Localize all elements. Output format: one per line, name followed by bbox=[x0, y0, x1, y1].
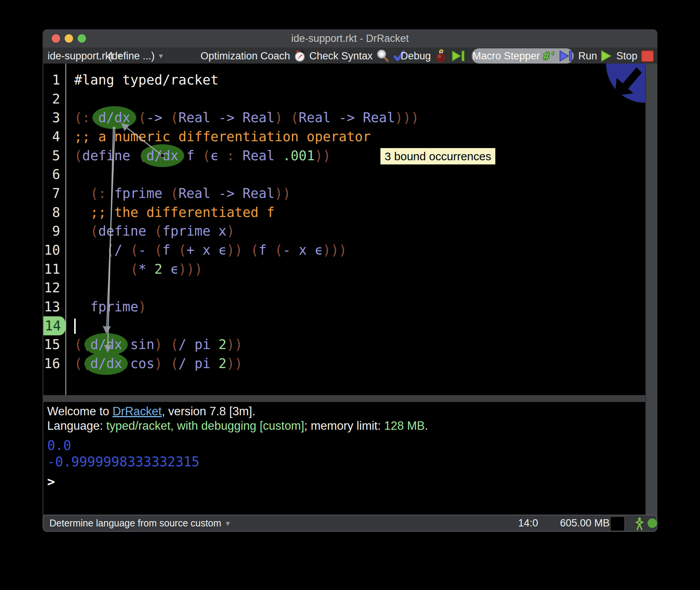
line-number: 10 bbox=[43, 241, 65, 260]
macro-stepper-button[interactable]: Macro Stepper #' bbox=[472, 48, 574, 64]
binding-highlight[interactable]: d/dx bbox=[141, 144, 184, 167]
line-number: 12 bbox=[43, 279, 65, 298]
run-button[interactable]: Run bbox=[578, 48, 612, 64]
line-number: 2 bbox=[43, 89, 65, 108]
stopwatch-icon bbox=[294, 50, 306, 62]
desktop: ide-support.rkt - DrRacket ide-support.r… bbox=[0, 0, 700, 590]
code-line-14: 14 bbox=[43, 316, 645, 335]
chevron-down-icon: ▾ bbox=[159, 51, 163, 61]
line-number: 6 bbox=[43, 165, 65, 184]
macro-step-icon bbox=[559, 50, 573, 62]
toolbar: ide-support.rkt ▾ (define ...) ▾ Optimiz… bbox=[43, 48, 657, 64]
status-bar: Determine language from source custom ▾ … bbox=[43, 515, 657, 532]
code-lines: 1#lang typed/racket23(: d/dx (-> (Real -… bbox=[43, 70, 645, 373]
scrollbar-track[interactable] bbox=[645, 64, 657, 515]
binding-highlight[interactable]: d/dx bbox=[92, 106, 136, 129]
line-number: 13 bbox=[43, 297, 65, 316]
stop-icon bbox=[641, 50, 654, 62]
line-number: 14 bbox=[43, 316, 65, 335]
code-text: #lang typed/racket bbox=[74, 72, 218, 88]
binding-highlight[interactable]: d/dx bbox=[84, 352, 128, 375]
magnifier-icon bbox=[376, 49, 390, 63]
code-text: fprime) bbox=[74, 299, 146, 314]
line-number: 1 bbox=[43, 70, 65, 89]
code-line-16: 16((d/dx cos) (/ pi 2)) bbox=[43, 354, 645, 373]
code-line-9: 9 (define (fprime x) bbox=[43, 222, 645, 241]
bound-occurrences-tooltip: 3 bound occurrences bbox=[380, 148, 495, 164]
line-number: 3 bbox=[43, 108, 65, 127]
chevron-down-icon: ▾ bbox=[226, 519, 230, 528]
code-text: (: d/dx (-> (Real -> Real) (Real -> Real… bbox=[74, 110, 419, 125]
check-syntax-button[interactable]: Check Syntax bbox=[309, 48, 406, 64]
result-value: 0.0 bbox=[47, 438, 71, 453]
code-text: ;; the differentiated f bbox=[74, 205, 275, 220]
line-number: 11 bbox=[43, 260, 65, 279]
line-number: 5 bbox=[43, 146, 65, 165]
result-value: -0.9999998333332315 bbox=[47, 454, 199, 469]
line-number: 8 bbox=[43, 203, 65, 222]
cursor-position: 14:0 bbox=[518, 515, 538, 531]
repl-prompt: > bbox=[47, 474, 55, 489]
text-cursor bbox=[74, 319, 76, 334]
code-line-11: 11 (* 2 ϵ))) bbox=[43, 260, 645, 279]
line-number: 4 bbox=[43, 127, 65, 146]
interactions-pane[interactable]: Welcome to DrRacket, version 7.8 [3m]. L… bbox=[43, 402, 645, 515]
code-text: (: fprime (Real -> Real)) bbox=[74, 186, 291, 201]
code-line-2: 2 bbox=[43, 89, 645, 108]
code-text: (* 2 ϵ))) bbox=[74, 262, 202, 277]
code-text: (define (fprime x) bbox=[74, 223, 234, 239]
code-line-13: 13 fprime) bbox=[43, 297, 645, 316]
code-line-3: 3(: d/dx (-> (Real -> Real) (Real -> Rea… bbox=[43, 108, 645, 127]
definitions-editor[interactable]: 1#lang typed/racket23(: d/dx (-> (Real -… bbox=[43, 64, 645, 395]
runner-icon[interactable] bbox=[635, 517, 644, 531]
line-number: 9 bbox=[43, 222, 65, 241]
bomb-icon bbox=[434, 49, 448, 63]
welcome-line: Welcome to DrRacket, version 7.8 [3m]. bbox=[47, 405, 255, 418]
run-icon bbox=[601, 50, 612, 62]
code-line-4: 4;; a numeric differentiation operator bbox=[43, 127, 645, 146]
code-text: ((d/dx sin) (/ pi 2)) bbox=[74, 337, 243, 352]
code-text: (define (d/dx f (ϵ : Real .001)) bbox=[74, 148, 331, 163]
gc-indicator[interactable] bbox=[610, 517, 625, 531]
code-line-15: 15((d/dx sin) (/ pi 2)) bbox=[43, 335, 645, 354]
code-text: (/ (- (f (+ x ϵ)) (f (- x ϵ))) bbox=[74, 242, 347, 258]
status-dot-icon bbox=[648, 518, 657, 528]
code-line-5: 5(define (d/dx f (ϵ : Real .001)) bbox=[43, 146, 645, 165]
language-line: Language: typed/racket, with debugging [… bbox=[47, 419, 428, 433]
memory-usage: 605.00 MB bbox=[560, 515, 610, 531]
step-icon bbox=[452, 50, 465, 62]
window-title: ide-support.rkt - DrRacket bbox=[43, 29, 657, 48]
define-menu[interactable]: (define ...) ▾ bbox=[108, 48, 163, 64]
drracket-window: ide-support.rkt - DrRacket ide-support.r… bbox=[43, 29, 657, 532]
code-line-10: 10 (/ (- (f (+ x ϵ)) (f (- x ϵ))) bbox=[43, 241, 645, 260]
language-selector[interactable]: Determine language from source custom ▾ bbox=[49, 515, 230, 531]
drracket-link[interactable]: DrRacket bbox=[113, 405, 162, 418]
line-number: 7 bbox=[43, 184, 65, 203]
line-number: 16 bbox=[43, 354, 65, 373]
code-line-7: 7 (: fprime (Real -> Real)) bbox=[43, 184, 645, 203]
line-number: 15 bbox=[43, 335, 65, 354]
macro-hash-icon: #' bbox=[543, 49, 556, 62]
code-line-6: 6 bbox=[43, 165, 645, 184]
code-text: ((d/dx cos) (/ pi 2)) bbox=[74, 356, 243, 371]
stop-button[interactable]: Stop bbox=[616, 48, 654, 64]
code-line-12: 12 bbox=[43, 279, 645, 298]
code-line-1: 1#lang typed/racket bbox=[43, 70, 645, 89]
debug-button[interactable]: Debug bbox=[401, 48, 465, 64]
code-text: ;; a numeric differentiation operator bbox=[74, 129, 371, 144]
title-bar: ide-support.rkt - DrRacket bbox=[43, 29, 657, 48]
code-text bbox=[74, 318, 76, 334]
code-line-8: 8 ;; the differentiated f bbox=[43, 203, 645, 222]
optimization-coach-button[interactable]: Optimization Coach bbox=[200, 48, 306, 64]
